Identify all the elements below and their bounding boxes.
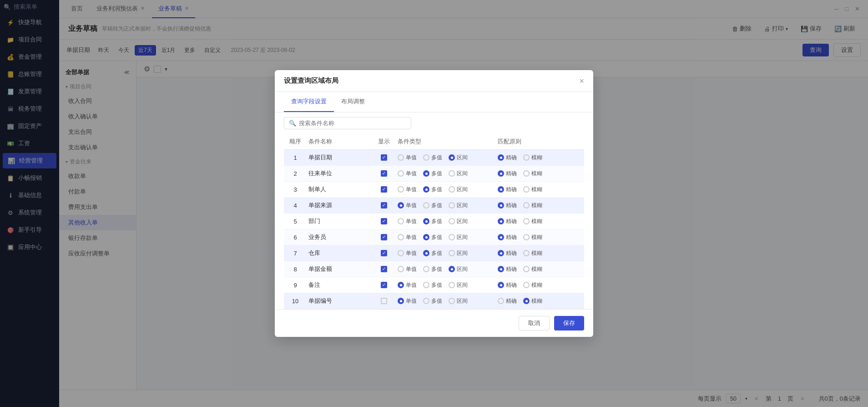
- row-show[interactable]: [370, 170, 398, 177]
- radio-6-match-1[interactable]: [523, 234, 530, 240]
- cancel-btn[interactable]: 取消: [519, 316, 550, 331]
- type-radio-3-1[interactable]: 多值: [423, 186, 442, 193]
- radio-4-match-0[interactable]: [498, 202, 504, 209]
- type-radio-8-1[interactable]: 多值: [423, 265, 442, 273]
- type-radio-4-2[interactable]: 区间: [449, 202, 468, 209]
- type-radio-1-1[interactable]: 多值: [423, 154, 442, 162]
- show-checkbox-3[interactable]: [381, 186, 387, 193]
- radio-5-type-0[interactable]: [398, 218, 404, 224]
- type-radio-2-0[interactable]: 单值: [398, 170, 417, 178]
- radio-7-type-0[interactable]: [398, 250, 404, 256]
- radio-6-type-0[interactable]: [398, 234, 404, 240]
- radio-10-type-2[interactable]: [449, 298, 455, 304]
- radio-9-match-0[interactable]: [498, 282, 504, 288]
- row-show[interactable]: [370, 298, 398, 304]
- type-radio-8-0[interactable]: 单值: [398, 265, 417, 273]
- radio-9-type-2[interactable]: [449, 282, 455, 288]
- match-radio-6-1[interactable]: 模糊: [523, 234, 542, 241]
- type-radio-6-1[interactable]: 多值: [423, 234, 442, 241]
- radio-3-type-2[interactable]: [449, 186, 455, 193]
- radio-10-match-1[interactable]: [523, 298, 530, 304]
- type-radio-1-0[interactable]: 单值: [398, 154, 417, 162]
- type-radio-7-1[interactable]: 多值: [423, 249, 442, 257]
- radio-2-type-2[interactable]: [449, 170, 455, 177]
- tab-layout-adjust[interactable]: 布局调整: [334, 92, 372, 112]
- radio-5-match-0[interactable]: [498, 218, 504, 224]
- show-checkbox-9[interactable]: [381, 282, 387, 288]
- modal-close-btn[interactable]: ×: [579, 77, 584, 85]
- match-radio-1-0[interactable]: 精确: [498, 154, 517, 162]
- radio-1-match-1[interactable]: [523, 154, 530, 161]
- show-checkbox-1[interactable]: [381, 154, 387, 161]
- radio-7-type-2[interactable]: [449, 250, 455, 256]
- type-radio-10-0[interactable]: 单值: [398, 297, 417, 305]
- row-show[interactable]: [370, 154, 398, 161]
- radio-5-match-1[interactable]: [523, 218, 530, 224]
- match-radio-1-1[interactable]: 模糊: [523, 154, 542, 162]
- match-radio-4-0[interactable]: 精确: [498, 202, 517, 209]
- show-checkbox-8[interactable]: [381, 266, 387, 272]
- type-radio-2-1[interactable]: 多值: [423, 170, 442, 178]
- radio-5-type-1[interactable]: [423, 218, 429, 224]
- radio-6-type-1[interactable]: [423, 234, 429, 240]
- radio-1-match-0[interactable]: [498, 154, 504, 161]
- type-radio-7-2[interactable]: 区间: [449, 249, 468, 257]
- radio-10-type-0[interactable]: [398, 298, 404, 304]
- type-radio-2-2[interactable]: 区间: [449, 170, 468, 178]
- radio-2-type-0[interactable]: [398, 170, 404, 177]
- row-show[interactable]: [370, 282, 398, 288]
- radio-2-type-1[interactable]: [423, 170, 429, 177]
- match-radio-4-1[interactable]: 模糊: [523, 202, 542, 209]
- match-radio-6-0[interactable]: 精确: [498, 234, 517, 241]
- row-show[interactable]: [370, 266, 398, 272]
- match-radio-8-0[interactable]: 精确: [498, 265, 517, 273]
- type-radio-3-2[interactable]: 区间: [449, 186, 468, 193]
- type-radio-9-2[interactable]: 区间: [449, 281, 468, 289]
- radio-3-match-1[interactable]: [523, 186, 530, 193]
- radio-7-match-1[interactable]: [523, 250, 530, 256]
- row-show[interactable]: [370, 202, 398, 209]
- condition-search-box[interactable]: 🔍: [284, 117, 411, 129]
- radio-2-match-1[interactable]: [523, 170, 530, 177]
- radio-8-match-1[interactable]: [523, 266, 530, 272]
- radio-9-match-1[interactable]: [523, 282, 530, 288]
- type-radio-10-1[interactable]: 多值: [423, 297, 442, 305]
- row-show[interactable]: [370, 250, 398, 256]
- radio-8-type-0[interactable]: [398, 266, 404, 272]
- radio-6-type-2[interactable]: [449, 234, 455, 240]
- match-radio-2-0[interactable]: 精确: [498, 170, 517, 178]
- radio-4-type-1[interactable]: [423, 202, 429, 209]
- radio-3-type-1[interactable]: [423, 186, 429, 193]
- radio-5-type-2[interactable]: [449, 218, 455, 224]
- match-radio-3-0[interactable]: 精确: [498, 186, 517, 193]
- match-radio-3-1[interactable]: 模糊: [523, 186, 542, 193]
- radio-10-type-1[interactable]: [423, 298, 429, 304]
- radio-4-type-2[interactable]: [449, 202, 455, 209]
- radio-6-match-0[interactable]: [498, 234, 504, 240]
- radio-10-match-0[interactable]: [498, 298, 504, 304]
- type-radio-9-0[interactable]: 单值: [398, 281, 417, 289]
- radio-7-match-0[interactable]: [498, 250, 504, 256]
- type-radio-1-2[interactable]: 区间: [449, 154, 468, 162]
- show-checkbox-6[interactable]: [381, 234, 387, 240]
- radio-4-match-1[interactable]: [523, 202, 530, 209]
- type-radio-5-0[interactable]: 单值: [398, 218, 417, 225]
- type-radio-5-2[interactable]: 区间: [449, 218, 468, 225]
- radio-8-type-1[interactable]: [423, 266, 429, 272]
- radio-7-type-1[interactable]: [423, 250, 429, 256]
- show-checkbox-5[interactable]: [381, 218, 387, 224]
- radio-3-match-0[interactable]: [498, 186, 504, 193]
- radio-8-match-0[interactable]: [498, 266, 504, 272]
- match-radio-7-1[interactable]: 模糊: [523, 249, 542, 257]
- show-checkbox-7[interactable]: [381, 250, 387, 256]
- type-radio-3-0[interactable]: 单值: [398, 186, 417, 193]
- match-radio-2-1[interactable]: 模糊: [523, 170, 542, 178]
- row-show[interactable]: [370, 234, 398, 240]
- radio-4-type-0[interactable]: [398, 202, 404, 209]
- show-checkbox-10[interactable]: [381, 298, 387, 304]
- type-radio-4-0[interactable]: 单值: [398, 202, 417, 209]
- type-radio-7-0[interactable]: 单值: [398, 249, 417, 257]
- type-radio-5-1[interactable]: 多值: [423, 218, 442, 225]
- match-radio-7-0[interactable]: 精确: [498, 249, 517, 257]
- radio-2-match-0[interactable]: [498, 170, 504, 177]
